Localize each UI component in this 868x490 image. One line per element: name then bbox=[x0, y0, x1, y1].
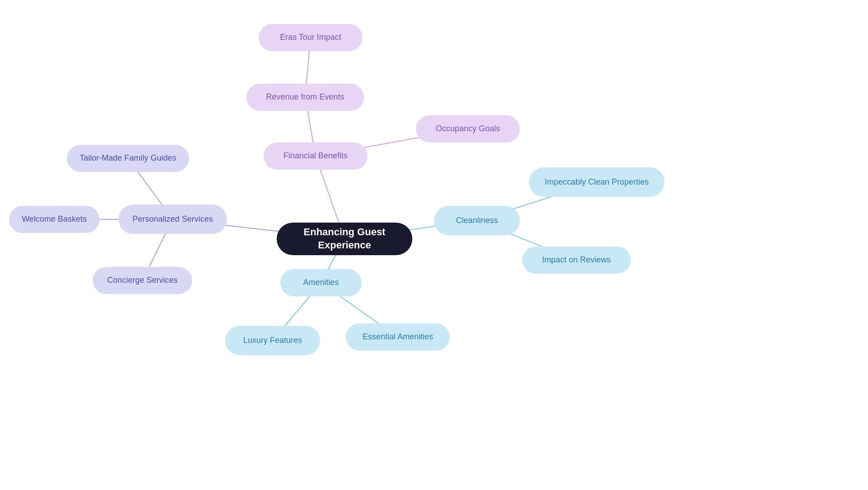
node-tailorMadeFamilyGuides[interactable]: Tailor-Made Family Guides bbox=[67, 145, 189, 172]
connections-svg bbox=[0, 0, 868, 490]
node-essentialAmenities[interactable]: Essential Amenities bbox=[346, 323, 450, 351]
node-conciergeServices[interactable]: Concierge Services bbox=[93, 267, 192, 294]
node-revenueFromEvents[interactable]: Revenue from Events bbox=[246, 84, 364, 111]
node-impeccablyCleanProperties[interactable]: Impeccably Clean Properties bbox=[529, 167, 665, 197]
node-erasTourImpact[interactable]: Eras Tour Impact bbox=[259, 24, 363, 51]
node-impactOnReviews[interactable]: Impact on Reviews bbox=[522, 247, 631, 274]
node-luxuryFeatures[interactable]: Luxury Features bbox=[225, 326, 320, 355]
node-welcomeBaskets[interactable]: Welcome Baskets bbox=[9, 206, 99, 233]
mindmap-container: Enhancing Guest ExperienceEras Tour Impa… bbox=[0, 0, 868, 490]
node-personalizedServices[interactable]: Personalized Services bbox=[118, 205, 227, 234]
node-financialBenefits[interactable]: Financial Benefits bbox=[264, 143, 368, 170]
node-center[interactable]: Enhancing Guest Experience bbox=[277, 223, 412, 255]
node-cleanliness[interactable]: Cleanliness bbox=[434, 206, 520, 235]
node-occupancyGoals[interactable]: Occupancy Goals bbox=[416, 115, 520, 143]
node-amenities[interactable]: Amenities bbox=[280, 269, 362, 296]
